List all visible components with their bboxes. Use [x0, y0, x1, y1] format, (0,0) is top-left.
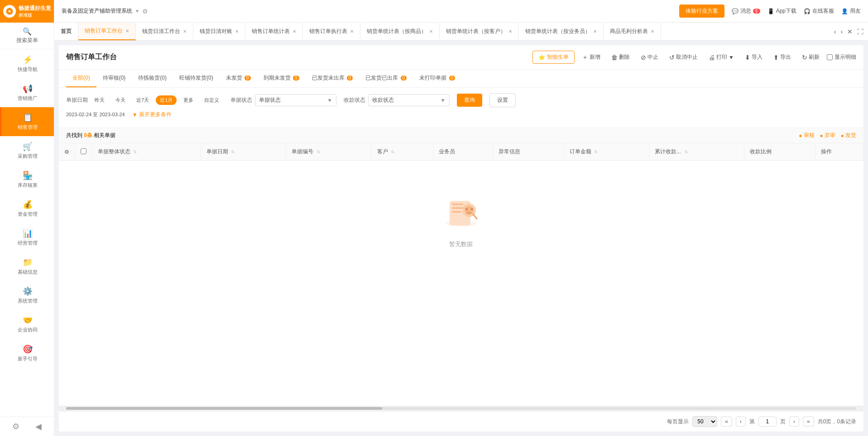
experience-button[interactable]: 体验行业方案: [679, 5, 724, 18]
tab-maximize-icon[interactable]: ⛶: [855, 26, 865, 37]
tab-close-icon[interactable]: ✕: [350, 29, 354, 34]
user-item[interactable]: 👤 用友: [841, 7, 861, 15]
delete-button[interactable]: 🗑 删除: [608, 52, 633, 63]
sidebar-item-purchase[interactable]: 🛒 采购管理: [0, 136, 54, 165]
app-download-item[interactable]: 📱 App下载: [767, 7, 796, 15]
add-button[interactable]: ＋ 新增: [578, 52, 604, 63]
tab-home[interactable]: 首页: [54, 23, 78, 40]
sub-tab-pending-inspect[interactable]: 待拣验货(0): [132, 70, 173, 87]
stop-button[interactable]: ⊘ 中止: [637, 52, 662, 63]
import-button[interactable]: ⬇ 导入: [741, 52, 766, 63]
sub-tab-all[interactable]: 全部(0): [66, 70, 96, 87]
collapse-icon[interactable]: ◀: [35, 422, 42, 431]
sub-tab-overdue-not-shipped[interactable]: 到期未发货 0: [257, 70, 306, 87]
settings-gear-icon[interactable]: ⚙: [142, 8, 148, 15]
pagination: 每页显示 50 100 200 « ‹ 第 页 › » 共0页，0条记录: [59, 411, 863, 431]
sidebar-item-sales[interactable]: 📋 销售管理: [0, 107, 54, 136]
tab-close-icon[interactable]: ✕: [183, 29, 187, 34]
th-checkbox[interactable]: [75, 143, 92, 161]
cancel-stop-button[interactable]: ↺ 取消中止: [666, 52, 701, 63]
date-btn-custom[interactable]: 自定义: [200, 95, 223, 105]
overdue-badge: 0: [293, 76, 299, 81]
sidebar-item-inventory[interactable]: 🏪 库存核算: [0, 165, 54, 194]
sidebar-item-operation[interactable]: 📊 经营管理: [0, 223, 54, 252]
tab-close-icon[interactable]: ✕: [651, 29, 654, 34]
pagination-first-btn[interactable]: «: [721, 417, 732, 427]
review-action-btn[interactable]: ● 审核: [799, 132, 814, 139]
th-settings[interactable]: ⚙: [59, 143, 75, 161]
per-page-select[interactable]: 50 100 200: [692, 416, 717, 427]
tab-close-all-icon[interactable]: ✕: [845, 26, 854, 37]
settings-icon[interactable]: ⚙: [12, 422, 19, 431]
tab-cash-daily[interactable]: 钱货日清工作台 ✕: [136, 23, 193, 40]
summary-bar: 共找到 0条 相关单据 ● 审核 ● 弃审 ● 发货: [59, 128, 863, 143]
select-all-checkbox[interactable]: [81, 148, 86, 154]
date-btn-1month[interactable]: 近1月: [156, 95, 177, 105]
tab-close-icon[interactable]: ✕: [593, 29, 597, 34]
tab-scroll-right-icon[interactable]: ›: [839, 26, 844, 37]
scrollbar-thumb[interactable]: [66, 407, 382, 410]
pagination-prev-btn[interactable]: ‹: [736, 417, 746, 427]
online-service-item[interactable]: 🎧 在线客服: [804, 7, 834, 15]
tab-cash-reconcile[interactable]: 钱货日清对账 ✕: [193, 23, 245, 40]
show-detail-input[interactable]: [827, 54, 833, 60]
chevron-down-icon: ▼: [135, 9, 139, 14]
sidebar-item-newbie[interactable]: 🎯 新手引导: [0, 339, 54, 368]
sub-tab-wangpu[interactable]: 旺铺待发货(0): [173, 70, 220, 87]
sub-tab-not-shipped[interactable]: 未发货 0: [220, 70, 257, 87]
export-button[interactable]: ⬆ 导出: [770, 52, 795, 63]
tab-close-icon[interactable]: ✕: [429, 29, 433, 34]
sidebar-search[interactable]: 🔍 搜索菜单: [0, 23, 54, 49]
settings-button[interactable]: 设置: [489, 93, 516, 107]
date-btn-more[interactable]: 更多: [179, 95, 197, 105]
tab-close-icon[interactable]: ✕: [235, 29, 239, 34]
ship-action-btn[interactable]: ● 发货: [841, 132, 856, 139]
expand-label: 展开更多条件: [139, 111, 172, 118]
status-select[interactable]: 单据状态 ▼: [255, 94, 336, 106]
tab-sales-stat-summary[interactable]: 销售订单统计表 ✕: [245, 23, 303, 40]
sidebar-item-enterprise[interactable]: 🤝 企业协同: [0, 310, 54, 339]
column-settings-icon[interactable]: ⚙: [64, 149, 69, 155]
sub-tab-pending-review[interactable]: 待审核(0): [96, 70, 132, 87]
query-button[interactable]: 查询: [457, 94, 482, 107]
sub-tab-not-printed[interactable]: 未打印单据 0: [413, 70, 461, 87]
tab-sales-stat-customer[interactable]: 销货单统计表（按客户） ✕: [440, 23, 519, 40]
pagination-last-btn[interactable]: »: [803, 417, 814, 427]
date-btn-7days[interactable]: 近7天: [132, 95, 153, 105]
sidebar-item-system[interactable]: ⚙️ 系统管理: [0, 281, 54, 310]
print-button[interactable]: 🖨 打印 ▼: [705, 52, 738, 63]
sidebar-item-label: 基础信息: [18, 269, 38, 275]
tab-close-icon[interactable]: ✕: [125, 28, 129, 33]
sidebar-item-quick-nav[interactable]: ⚡ 快捷导航: [0, 49, 54, 78]
tab-sales-exec-table[interactable]: 销售订单执行表 ✕: [303, 23, 360, 40]
message-item[interactable]: 💬 消息 6: [732, 7, 760, 15]
smart-btn[interactable]: ⭐ 智能生单: [532, 51, 575, 64]
pagination-page-input[interactable]: [758, 417, 777, 427]
tab-sales-stat-product[interactable]: 销货单统计表（按商品） ✕: [360, 23, 440, 40]
sidebar-item-finance[interactable]: 💰 资金管理: [0, 194, 54, 223]
sidebar-item-marketing[interactable]: 📢 营销推广: [0, 78, 54, 107]
expand-button[interactable]: ▼ 展开更多条件: [132, 111, 172, 118]
content-inner: 销售订单工作台 ⭐ 智能生单 ＋ 新增 🗑 删除 ⊘: [59, 45, 863, 431]
tab-close-icon[interactable]: ✕: [293, 29, 296, 34]
cancel-review-btn[interactable]: ● 弃审: [820, 132, 835, 139]
date-btn-today[interactable]: 今天: [111, 95, 129, 105]
tab-product-margin[interactable]: 商品毛利分析表 ✕: [604, 23, 661, 40]
pagination-next-btn[interactable]: ›: [789, 417, 799, 427]
show-detail-checkbox[interactable]: 显示明细: [827, 53, 856, 61]
refresh-button[interactable]: ↻ 刷新: [798, 52, 823, 63]
sidebar-item-basic[interactable]: 📁 基础信息: [0, 252, 54, 281]
tab-sales-workbench[interactable]: 销售订单工作台 ✕: [78, 23, 136, 40]
table-body: 暂无数据: [59, 161, 863, 276]
sub-tab-shipped-not-in[interactable]: 已发货未出库 0: [306, 70, 360, 87]
sub-tab-shipped-out[interactable]: 已发货已出库 0: [359, 70, 413, 87]
payment-select[interactable]: 收款状态 ▼: [368, 94, 450, 106]
sidebar-item-label: 系统管理: [18, 298, 38, 304]
tab-sales-stat-staff[interactable]: 销货单统计表（按业务员） ✕: [519, 23, 604, 40]
tab-close-icon[interactable]: ✕: [508, 29, 512, 34]
horizontal-scrollbar[interactable]: [59, 406, 863, 411]
basic-icon: 📁: [23, 257, 33, 267]
tab-label: 商品毛利分析表: [610, 28, 648, 35]
date-btn-yesterday[interactable]: 昨天: [91, 95, 109, 105]
tab-scroll-left-icon[interactable]: ‹: [832, 26, 838, 37]
